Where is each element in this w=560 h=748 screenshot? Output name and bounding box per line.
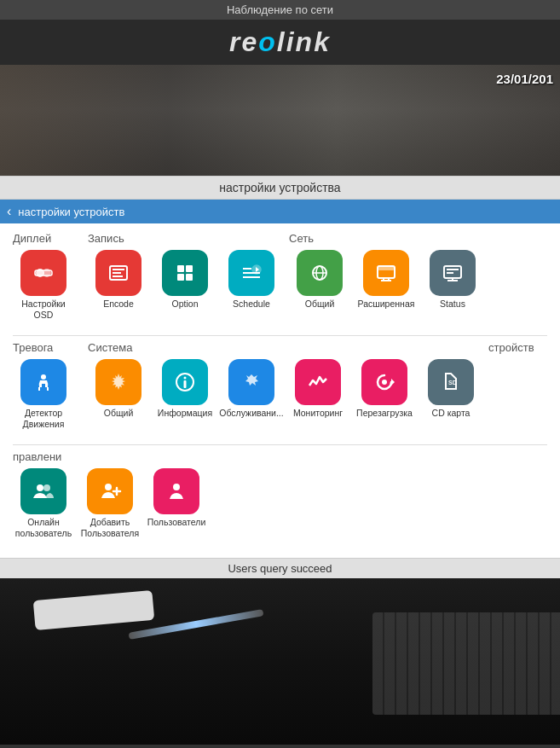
timestamp: 23/01/201 xyxy=(496,72,553,86)
encode-icon xyxy=(95,250,141,296)
status-label: Status xyxy=(440,299,465,310)
maintenance-label: Обслуживани... xyxy=(219,408,283,419)
menu-item-osd[interactable]: Настройки OSD xyxy=(13,250,74,320)
users-icon xyxy=(153,468,199,514)
general-net-icon xyxy=(297,250,343,296)
schedule-label: Schedule xyxy=(233,299,270,310)
svg-point-44 xyxy=(173,484,180,490)
svg-point-34 xyxy=(184,377,187,380)
status-bar: Наблюдение по сети xyxy=(0,0,560,20)
menu-item-online-users[interactable]: Онлайн пользователь xyxy=(13,468,74,538)
logo: reolink xyxy=(0,26,560,58)
motion-label: Детектор Движения xyxy=(13,408,74,429)
pen-visual xyxy=(129,609,264,640)
maintenance-icon xyxy=(228,359,274,405)
status-success-text: Users query succeed xyxy=(228,562,332,575)
svg-rect-4 xyxy=(113,269,124,270)
svg-rect-9 xyxy=(177,274,184,281)
svg-rect-20 xyxy=(378,266,395,270)
menu-item-users[interactable]: Пользователи xyxy=(146,468,207,538)
menu-item-general-net[interactable]: Общий xyxy=(289,250,350,310)
svg-rect-45 xyxy=(171,495,182,496)
back-arrow-icon[interactable]: ‹ xyxy=(7,204,11,219)
general-sys-icon xyxy=(95,359,141,405)
menu-item-schedule[interactable]: Schedule xyxy=(221,250,282,310)
status-icon xyxy=(430,250,476,296)
section-header-display: Диплей xyxy=(13,232,81,245)
settings-content: Диплей Настройки OSD Запись xyxy=(0,223,560,558)
svg-rect-8 xyxy=(186,265,193,272)
svg-marker-37 xyxy=(391,379,395,386)
menu-item-advanced[interactable]: Расширенная xyxy=(355,250,417,310)
motion-icon xyxy=(20,359,66,405)
menu-item-option[interactable]: Option xyxy=(154,250,216,310)
svg-rect-15 xyxy=(243,276,260,278)
svg-text:SD: SD xyxy=(448,380,457,386)
svg-rect-5 xyxy=(113,272,121,274)
menu-item-add-user[interactable]: Добавить Пользователя xyxy=(79,468,141,538)
encode-label: Encode xyxy=(103,299,134,310)
section-header-network: Сеть xyxy=(289,232,483,245)
reboot-label: Перезагрузка xyxy=(356,408,413,419)
general-sys-label: Общий xyxy=(104,408,134,419)
general-net-label: Общий xyxy=(305,299,335,310)
breadcrumb-bar[interactable]: ‹ настройки устройств xyxy=(0,200,560,223)
advanced-icon xyxy=(363,250,409,296)
section-header-record: Запись xyxy=(88,232,282,245)
camera-feed-bottom xyxy=(0,578,560,745)
menu-item-encode[interactable]: Encode xyxy=(88,250,149,310)
svg-rect-25 xyxy=(447,269,459,270)
svg-point-39 xyxy=(37,484,43,491)
advanced-label: Расширенная xyxy=(358,299,415,310)
menu-item-monitoring[interactable]: Мониторинг xyxy=(287,359,349,419)
status-bar-text: Наблюдение по сети xyxy=(227,3,333,16)
section-header-alarm: Тревога xyxy=(13,341,81,354)
reboot-icon xyxy=(361,359,407,405)
svg-point-40 xyxy=(43,484,50,491)
divider-2 xyxy=(13,444,547,445)
svg-point-36 xyxy=(382,380,387,385)
section-header-manage: правлени xyxy=(13,450,268,463)
svg-rect-13 xyxy=(243,268,251,270)
camera-feed-top: 23/01/201 xyxy=(0,65,560,176)
info-label: Информация xyxy=(158,408,212,419)
add-user-icon xyxy=(87,468,133,514)
add-user-label: Добавить Пользователя xyxy=(79,517,141,538)
osd-label: Настройки OSD xyxy=(13,299,74,320)
menu-item-reboot[interactable]: Перезагрузка xyxy=(354,359,415,419)
info-icon xyxy=(162,359,208,405)
status-success-bar: Users query succeed xyxy=(0,558,560,578)
schedule-icon xyxy=(228,250,274,296)
section-header-device: стройств xyxy=(488,341,540,354)
menu-item-general-sys[interactable]: Общий xyxy=(88,359,149,419)
menu-item-motion[interactable]: Детектор Движения xyxy=(13,359,74,429)
keyboard-visual xyxy=(372,612,560,715)
divider-1 xyxy=(13,335,547,336)
sdcard-icon: SD xyxy=(428,359,474,405)
menu-item-maintenance[interactable]: Обслуживани... xyxy=(221,359,282,419)
svg-rect-10 xyxy=(186,274,193,281)
osd-icon xyxy=(20,250,66,296)
monitoring-icon xyxy=(295,359,341,405)
svg-rect-14 xyxy=(243,272,260,274)
settings-title-bar: настройки устройства xyxy=(0,176,560,200)
option-icon xyxy=(162,250,208,296)
header: reolink xyxy=(0,20,560,65)
users-label: Пользователи xyxy=(147,517,206,528)
breadcrumb-text: настройки устройств xyxy=(18,206,124,218)
monitoring-label: Мониторинг xyxy=(293,408,343,419)
svg-rect-26 xyxy=(447,272,453,274)
svg-rect-7 xyxy=(177,265,184,272)
menu-item-sdcard[interactable]: SD CD карта xyxy=(420,359,482,419)
svg-point-41 xyxy=(105,484,112,490)
svg-rect-6 xyxy=(113,275,123,277)
menu-item-status[interactable]: Status xyxy=(422,250,483,310)
svg-point-29 xyxy=(41,374,46,380)
section-header-system: Система xyxy=(88,341,482,354)
sdcard-label: CD карта xyxy=(432,408,471,419)
bottom-bar xyxy=(0,745,560,748)
online-users-icon xyxy=(20,468,66,514)
menu-item-info[interactable]: Информация xyxy=(154,359,216,419)
svg-rect-35 xyxy=(184,380,187,388)
settings-title-text: настройки устройства xyxy=(219,181,340,194)
